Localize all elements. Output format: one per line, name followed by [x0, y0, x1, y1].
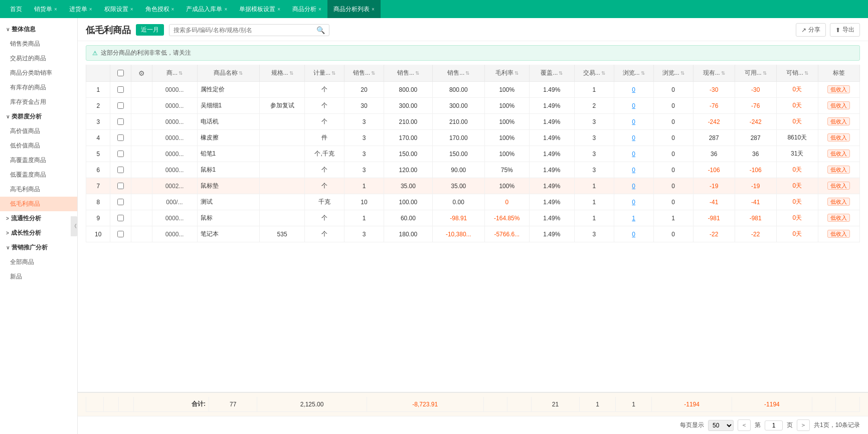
- sidebar-item-in-stock[interactable]: 有库存的商品: [0, 80, 77, 95]
- row-checkbox[interactable]: [117, 86, 124, 93]
- cell-tag: 低收入: [818, 82, 859, 98]
- cell-view1[interactable]: 0: [614, 130, 653, 146]
- sidebar-group-overview[interactable]: ∨ 整体信息: [0, 22, 77, 37]
- row-checkbox[interactable]: [117, 118, 124, 125]
- th-tag[interactable]: 标签: [818, 65, 859, 82]
- row-checkbox[interactable]: [117, 183, 124, 189]
- search-icon[interactable]: 🔍: [316, 26, 325, 34]
- nav-close-permission-settings[interactable]: ×: [130, 7, 133, 12]
- tag-low-income: 低收入: [827, 150, 850, 158]
- cell-code: 0000...: [152, 162, 197, 178]
- cell-coverage: 1.49%: [529, 178, 574, 194]
- nav-sales-order[interactable]: 销货单 ×: [28, 0, 63, 18]
- share-button[interactable]: ↗ 分享: [796, 23, 826, 37]
- cell-unit: 个: [305, 210, 344, 226]
- th-settings[interactable]: ⚙: [131, 65, 152, 82]
- th-sale-qty[interactable]: 销售...⇅: [344, 65, 384, 82]
- th-gross-rate[interactable]: 毛利率⇅: [484, 65, 529, 82]
- nav-close-product-analysis[interactable]: ×: [318, 7, 321, 12]
- th-view1[interactable]: 浏览...⇅: [614, 65, 653, 82]
- th-spec[interactable]: 规格...⇅: [260, 65, 305, 82]
- th-sale-profit[interactable]: 销售...⇅: [432, 65, 484, 82]
- sidebar-item-category-rate[interactable]: 商品分类助销率: [0, 66, 77, 80]
- sidebar-item-capital[interactable]: 库存资金占用: [0, 95, 77, 109]
- cell-view1[interactable]: 0: [614, 98, 653, 114]
- search-input[interactable]: [173, 27, 316, 34]
- row-checkbox[interactable]: [117, 167, 124, 173]
- table-container: ⚙ 商...⇅ 商品名称⇅ 规格...⇅ 计量...⇅: [78, 65, 868, 392]
- export-button[interactable]: ⬆ 导出: [830, 23, 860, 37]
- nav-purchase-order[interactable]: 进货单 ×: [63, 0, 98, 18]
- sidebar-item-all-goods[interactable]: 全部商品: [0, 255, 77, 269]
- nav-permission-settings[interactable]: 权限设置 ×: [98, 0, 139, 18]
- time-filter-button[interactable]: 近一月: [136, 24, 164, 36]
- row-checkbox[interactable]: [117, 102, 124, 109]
- page-number-input[interactable]: [765, 420, 783, 430]
- prev-page-btn[interactable]: ＜: [738, 419, 751, 431]
- sort-sale-qty-icon: ⇅: [371, 70, 375, 76]
- sidebar-item-high-margin[interactable]: 高毛利商品: [0, 182, 77, 197]
- cell-view1[interactable]: 0: [614, 114, 653, 130]
- sidebar-item-high-value[interactable]: 高价值商品: [0, 124, 77, 138]
- sidebar-group-circulation[interactable]: > 流通性分析: [0, 211, 77, 226]
- cell-sale-profit: 0.00: [432, 194, 484, 210]
- nav-product-analysis[interactable]: 商品分析 ×: [286, 0, 327, 18]
- row-checkbox[interactable]: [117, 199, 124, 205]
- th-name[interactable]: 商品名称⇅: [197, 65, 260, 82]
- th-unit[interactable]: 计量...⇅: [305, 65, 344, 82]
- nav-product-entry[interactable]: 产成品入库单 ×: [180, 0, 233, 18]
- cell-view1[interactable]: 0: [614, 194, 653, 210]
- sidebar-group-marketing[interactable]: ∨ 营销推广分析: [0, 240, 77, 255]
- next-page-btn[interactable]: ＞: [797, 419, 810, 431]
- cell-view1[interactable]: 0: [614, 82, 653, 98]
- footer-check-cell: [104, 397, 119, 412]
- cell-view1[interactable]: 0: [614, 146, 653, 162]
- cell-sale-profit: 35.00: [432, 178, 484, 194]
- row-checkbox[interactable]: [117, 215, 124, 221]
- row-checkbox[interactable]: [117, 151, 124, 157]
- th-available[interactable]: 可用...⇅: [735, 65, 776, 82]
- cell-view1[interactable]: 0: [614, 226, 653, 242]
- nav-home[interactable]: 首页: [4, 0, 28, 18]
- sidebar-item-high-coverage[interactable]: 高覆盖度商品: [0, 153, 77, 168]
- cell-trade: 3: [574, 162, 614, 178]
- th-current[interactable]: 现有...⇅: [693, 65, 735, 82]
- nav-close-product-analysis-list[interactable]: ×: [372, 7, 375, 12]
- nav-product-analysis-list[interactable]: 商品分析列表 ×: [327, 0, 381, 18]
- sidebar-item-low-margin[interactable]: 低毛利商品: [0, 197, 77, 211]
- nav-close-role-auth[interactable]: ×: [171, 7, 175, 12]
- cell-view1[interactable]: 0: [614, 162, 653, 178]
- nav-template-settings[interactable]: 单据模板设置 ×: [233, 0, 286, 18]
- th-sale-price[interactable]: 销售...⇅: [384, 65, 432, 82]
- th-code[interactable]: 商...⇅: [152, 65, 197, 82]
- nav-close-product-entry[interactable]: ×: [224, 7, 227, 12]
- page-size-select[interactable]: 50 100 200: [708, 420, 734, 431]
- th-saleable[interactable]: 可销...⇅: [776, 65, 818, 82]
- sidebar-item-sales-goods[interactable]: 销售类商品: [0, 37, 77, 51]
- nav-close-template-settings[interactable]: ×: [277, 7, 280, 12]
- sidebar-item-low-coverage[interactable]: 低覆盖度商品: [0, 168, 77, 182]
- sidebar-collapse-btn[interactable]: 《: [71, 216, 78, 236]
- row-checkbox[interactable]: [117, 231, 124, 237]
- sidebar-group-cluster[interactable]: ∨ 类群度分析: [0, 109, 77, 124]
- cell-tag: 低收入: [818, 162, 859, 178]
- sidebar-item-new-goods[interactable]: 新品: [0, 269, 77, 284]
- sidebar-item-low-value[interactable]: 低价值商品: [0, 138, 77, 153]
- row-checkbox[interactable]: [117, 134, 124, 141]
- nav-role-auth[interactable]: 角色授权 ×: [139, 0, 181, 18]
- cell-view1[interactable]: 0: [614, 178, 653, 194]
- nav-close-sales-order[interactable]: ×: [54, 7, 57, 12]
- nav-close-purchase-order[interactable]: ×: [89, 7, 92, 12]
- th-coverage[interactable]: 覆盖...⇅: [529, 65, 574, 82]
- th-view2[interactable]: 浏览...⇅: [653, 65, 693, 82]
- th-trade[interactable]: 交易...⇅: [574, 65, 614, 82]
- content-header: 低毛利商品 近一月 🔍 ↗ 分享 ⬆ 导出: [78, 18, 868, 41]
- cell-coverage: 1.49%: [529, 114, 574, 130]
- cell-view1[interactable]: 1: [614, 210, 653, 226]
- pagination-bar: 每页显示 50 100 200 ＜ 第 页 ＞ 共1页，10条记录: [78, 416, 868, 434]
- select-all-checkbox[interactable]: [117, 70, 124, 76]
- sidebar-group-growth[interactable]: > 成长性分析: [0, 226, 77, 240]
- sidebar-item-traded-goods[interactable]: 交易过的商品: [0, 51, 77, 66]
- gear-icon[interactable]: ⚙: [138, 69, 145, 77]
- cell-unit: 件: [305, 130, 344, 146]
